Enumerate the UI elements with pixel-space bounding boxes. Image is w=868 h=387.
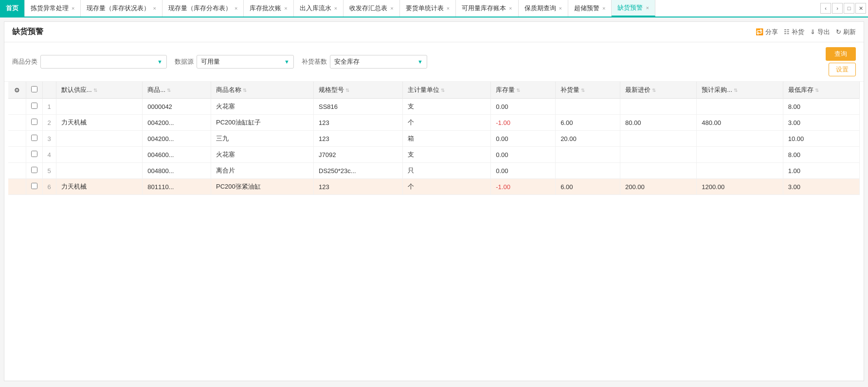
row-number: 2	[42, 115, 56, 131]
row-checkbox[interactable]	[31, 135, 37, 141]
row-checkbox[interactable]	[31, 103, 37, 109]
row-spec: 123	[314, 115, 403, 131]
row-spec: 123	[314, 131, 403, 147]
row-checkbox[interactable]	[31, 167, 37, 173]
row-product-name: 火花塞	[211, 99, 314, 115]
th-unit[interactable]: 主计量单位⇅	[402, 82, 491, 99]
replenish-base-select[interactable]: 安全库存 ▼	[330, 55, 427, 69]
row-replenish-qty	[556, 147, 620, 163]
row-supplier: 力天机械	[56, 115, 143, 131]
th-gear[interactable]: ⚙	[8, 82, 26, 99]
row-product-code: 801110...	[143, 179, 211, 195]
row-latest-price: 80.00	[620, 115, 697, 131]
tab-close-available-ledger[interactable]: ×	[509, 5, 512, 11]
row-product-code: 004800...	[143, 163, 211, 179]
row-unit: 个	[402, 179, 491, 195]
table-row: 6 力天机械 801110... PC200张紧油缸 123 个 -1.00 6…	[8, 179, 860, 195]
refresh-button[interactable]: ↻ 刷新	[836, 28, 856, 36]
tab-close-order-stats[interactable]: ×	[447, 5, 450, 11]
row-spec: J7092	[314, 147, 403, 163]
category-select[interactable]: ▼	[40, 55, 167, 69]
select-all-checkbox[interactable]	[31, 86, 37, 92]
row-checkbox-cell	[26, 115, 42, 131]
datasource-select[interactable]: 可用量 ▼	[197, 55, 294, 69]
tab-inventory-dist[interactable]: 现存量（库存分布表）×	[163, 0, 244, 17]
category-label: 商品分类	[12, 57, 37, 66]
row-checkbox[interactable]	[31, 151, 37, 157]
settings-button[interactable]: 设置	[829, 63, 856, 76]
table-row: 4 004600... 火花塞 J7092 支 0.00 8.00	[8, 147, 860, 163]
filter-actions: 查询 设置	[826, 47, 856, 76]
row-product-code: 0000042	[143, 99, 211, 115]
row-latest-price	[620, 99, 697, 115]
row-spec: 123	[314, 179, 403, 195]
th-est-purchase[interactable]: 预计采购...⇅	[697, 82, 783, 99]
row-latest-price: 200.00	[620, 179, 697, 195]
th-default-supplier[interactable]: 默认供应...⇅	[56, 82, 143, 99]
replenish-button[interactable]: ☷ 补货	[784, 28, 804, 36]
th-replenish-qty[interactable]: 补货量⇅	[556, 82, 620, 99]
tab-home[interactable]: 首页	[0, 0, 25, 17]
row-est-purchase: 480.00	[697, 115, 783, 131]
th-spec[interactable]: 规格型号⇅	[314, 82, 403, 99]
tab-close-inventory-dist[interactable]: ×	[235, 5, 237, 11]
row-supplier: 力天机械	[56, 179, 143, 195]
tab-expiry[interactable]: 保质期查询×	[519, 0, 568, 17]
th-min-stock[interactable]: 最低库存⇅	[783, 82, 859, 99]
tab-close-collect-summary[interactable]: ×	[390, 5, 393, 11]
tab-order-stats[interactable]: 要货单统计表×	[400, 0, 456, 17]
row-checkbox-cell	[26, 163, 42, 179]
row-min-stock: 10.00	[783, 131, 859, 147]
row-number: 6	[42, 179, 56, 195]
tab-close-inventory-status[interactable]: ×	[153, 5, 156, 11]
th-product-name[interactable]: 商品名称⇅	[211, 82, 314, 99]
tab-scroll-right[interactable]: ›	[832, 3, 843, 14]
row-latest-price	[620, 163, 697, 179]
header-actions: 🔁 分享 ☷ 补货 ⇓ 导出 ↻ 刷新	[756, 28, 856, 36]
tab-batch[interactable]: 库存批次账×	[244, 0, 293, 17]
tab-restore[interactable]: □	[844, 3, 854, 14]
row-checkbox[interactable]	[31, 119, 37, 125]
query-button[interactable]: 查询	[826, 47, 856, 61]
share-button[interactable]: 🔁 分享	[756, 28, 778, 36]
row-checkbox[interactable]	[31, 183, 37, 189]
page-title: 缺货预警	[12, 27, 756, 37]
replenish-icon: ☷	[784, 28, 790, 35]
tab-close-exception[interactable]: ×	[72, 5, 74, 11]
row-supplier	[56, 99, 143, 115]
row-replenish-qty	[556, 163, 620, 179]
tab-close-expiry[interactable]: ×	[559, 5, 562, 11]
tab-shortage[interactable]: 缺货预警×	[612, 0, 655, 17]
category-chevron-icon: ▼	[157, 59, 163, 65]
row-gear-cell	[8, 115, 26, 131]
tab-inventory-status[interactable]: 现存量（库存状况表）×	[81, 0, 162, 17]
tab-collect-summary[interactable]: 收发存汇总表×	[344, 0, 399, 17]
row-min-stock: 8.00	[783, 147, 859, 163]
filter-bar: 商品分类 ▼ 数据源 可用量 ▼ 补货基数 安全库存 ▼ 查询 设置	[4, 42, 864, 82]
tab-close-shortage[interactable]: ×	[646, 5, 649, 11]
tab-inout-flow[interactable]: 出入库流水×	[294, 0, 344, 17]
tab-overstock[interactable]: 超储预警×	[568, 0, 612, 17]
tab-scroll-left[interactable]: ‹	[820, 3, 831, 14]
tab-exception[interactable]: 拣货异常处理×	[25, 0, 81, 17]
row-number: 3	[42, 131, 56, 147]
row-replenish-qty	[556, 99, 620, 115]
tab-close-batch[interactable]: ×	[284, 5, 287, 11]
row-est-purchase	[697, 147, 783, 163]
export-button[interactable]: ⇓ 导出	[810, 28, 830, 36]
tab-close-inout-flow[interactable]: ×	[334, 5, 337, 11]
datasource-select-value: 可用量	[201, 57, 220, 66]
tab-available-ledger[interactable]: 可用量库存账本×	[456, 0, 518, 17]
row-spec: SS816	[314, 99, 403, 115]
row-unit: 支	[402, 147, 491, 163]
tab-close-overstock[interactable]: ×	[602, 5, 605, 11]
th-stock[interactable]: 库存量⇅	[491, 82, 556, 99]
table-row: 2 力天机械 004200... PC200油缸缸子 123 个 -1.00 6…	[8, 115, 860, 131]
th-latest-price[interactable]: 最新进价⇅	[620, 82, 697, 99]
row-stock: -1.00	[491, 179, 556, 195]
replenish-base-select-value: 安全库存	[334, 57, 360, 66]
row-stock: -1.00	[491, 115, 556, 131]
th-product-code[interactable]: 商品...⇅	[143, 82, 211, 99]
row-number: 5	[42, 163, 56, 179]
tab-close-all[interactable]: ✕	[855, 3, 866, 14]
